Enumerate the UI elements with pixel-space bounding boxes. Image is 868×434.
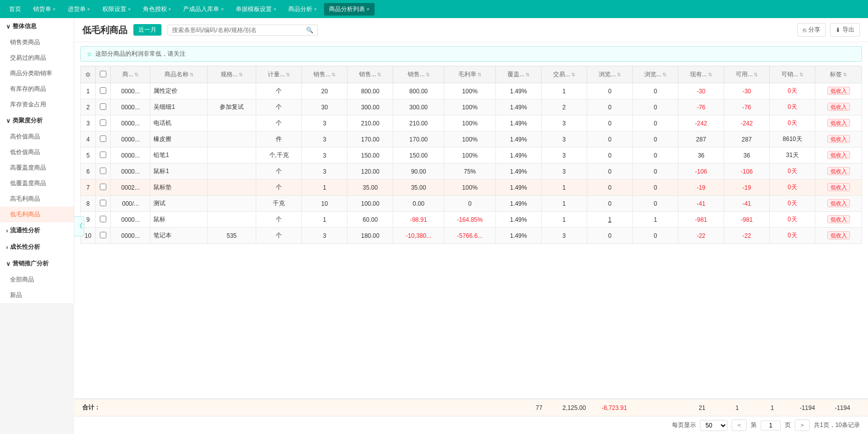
row-browse1[interactable]: 0: [587, 148, 632, 164]
row-browse1[interactable]: 0: [587, 115, 632, 131]
sidebar-item-sales-goods[interactable]: 销售类商品: [0, 35, 74, 50]
col-coverage[interactable]: 覆盖...⇅: [495, 66, 541, 83]
sidebar-item-high-margin[interactable]: 高毛利商品: [0, 191, 74, 207]
col-tag[interactable]: 标签⇅: [815, 66, 862, 83]
nav-template-close[interactable]: ×: [273, 7, 276, 12]
sidebar-group-overall[interactable]: ∨ 整体信息: [0, 18, 74, 35]
nav-purchase-close[interactable]: ×: [87, 7, 90, 12]
next-page-button[interactable]: ＞: [795, 419, 810, 431]
row-browse1[interactable]: 0: [587, 196, 632, 212]
row-checkbox[interactable]: [96, 131, 111, 148]
col-settings[interactable]: ⚙: [81, 66, 96, 83]
col-transaction[interactable]: 交易...⇅: [541, 66, 587, 83]
col-checkbox[interactable]: [96, 66, 111, 83]
row-browse1[interactable]: 0: [587, 131, 632, 148]
nav-role-close[interactable]: ×: [168, 7, 171, 12]
nav-home[interactable]: 首页: [4, 3, 26, 16]
sidebar-item-new-goods[interactable]: 新品: [0, 287, 74, 303]
col-name[interactable]: 商品名称⇅: [150, 66, 207, 83]
sidebar-item-high-coverage[interactable]: 高覆盖度商品: [0, 160, 74, 176]
col-browse1[interactable]: 浏览...⇅: [587, 66, 632, 83]
nav-purchase[interactable]: 进货单 ×: [63, 3, 95, 16]
nav-analysis-close[interactable]: ×: [314, 7, 317, 12]
nav-analysis-list-close[interactable]: ×: [367, 7, 370, 12]
export-button[interactable]: ⬇ 导出: [830, 23, 860, 37]
col-spec[interactable]: 规格...⇅: [207, 66, 256, 83]
nav-analysis[interactable]: 商品分析 ×: [283, 3, 322, 16]
row-current-stock: 36: [678, 148, 724, 164]
row-checkbox[interactable]: [96, 99, 111, 115]
sidebar-item-capital[interactable]: 库存资金占用: [0, 97, 74, 112]
share-button[interactable]: ⎋ 分享: [797, 23, 826, 37]
collapse-sidebar-button[interactable]: 《: [74, 216, 84, 236]
nav-sales-close[interactable]: ×: [53, 7, 56, 12]
nav-inventory-close[interactable]: ×: [221, 7, 224, 12]
sidebar-item-traded-goods[interactable]: 交易过的商品: [0, 50, 74, 66]
col-available[interactable]: 可用...⇅: [724, 66, 770, 83]
sidebar-item-in-stock[interactable]: 有库存的商品: [0, 81, 74, 97]
row-checkbox[interactable]: [96, 148, 111, 164]
nav-sales[interactable]: 销货单 ×: [28, 3, 61, 16]
row-current-stock: -19: [678, 180, 724, 196]
row-checkbox[interactable]: [96, 115, 111, 131]
select-all-checkbox[interactable]: [100, 71, 106, 77]
row-checkbox[interactable]: [96, 228, 111, 244]
nav-role[interactable]: 角色授权 ×: [138, 3, 177, 16]
chevron-down-icon: ∨: [6, 23, 11, 30]
nav-permission-close[interactable]: ×: [128, 7, 131, 12]
per-page-select[interactable]: 50 100 200: [700, 420, 728, 431]
col-sales-price[interactable]: 销售...⇅: [348, 66, 393, 83]
col-current-stock[interactable]: 现有...⇅: [678, 66, 724, 83]
sidebar-item-low-coverage[interactable]: 低覆盖度商品: [0, 176, 74, 191]
row-checkbox[interactable]: [96, 196, 111, 212]
nav-template[interactable]: 单据模板设置 ×: [231, 3, 281, 16]
row-browse1[interactable]: 0: [587, 83, 632, 99]
col-browse2[interactable]: 浏览...⇅: [633, 66, 678, 83]
row-checkbox[interactable]: [96, 180, 111, 196]
search-input[interactable]: [172, 27, 303, 34]
sidebar-group-cluster[interactable]: ∨ 类聚度分析: [0, 112, 74, 129]
row-browse1[interactable]: 1: [587, 212, 632, 228]
row-checkbox[interactable]: [96, 164, 111, 180]
row-coverage: 1.49%: [495, 131, 541, 148]
chevron-right-icon-2: ›: [6, 244, 8, 251]
sidebar-item-category-sales-rate[interactable]: 商品分类助销率: [0, 66, 74, 81]
sidebar-group-circulation[interactable]: › 流通性分析: [0, 222, 74, 239]
col-saleable[interactable]: 可销...⇅: [770, 66, 815, 83]
row-checkbox[interactable]: [96, 212, 111, 228]
row-browse1[interactable]: 0: [587, 164, 632, 180]
row-saleable: 31天: [770, 148, 815, 164]
sidebar-item-low-margin[interactable]: 低毛利商品: [0, 207, 74, 222]
row-browse1[interactable]: 0: [587, 99, 632, 115]
sidebar-group-marketing[interactable]: ∨ 营销推广分析: [0, 255, 74, 272]
nav-inventory[interactable]: 产成品入库单 ×: [178, 3, 229, 16]
sidebar-group-growth[interactable]: › 成长性分析: [0, 239, 74, 255]
row-browse1[interactable]: 0: [587, 228, 632, 244]
row-sales-amount: -10,380...: [393, 228, 444, 244]
row-browse2: 0: [633, 148, 678, 164]
col-sales-qty[interactable]: 销售...⇅: [302, 66, 348, 83]
row-browse1[interactable]: 0: [587, 180, 632, 196]
page-number-input[interactable]: [761, 420, 781, 430]
col-code[interactable]: 商...⇅: [111, 66, 150, 83]
sidebar-item-low-value[interactable]: 低价值商品: [0, 144, 74, 160]
prev-page-button[interactable]: ＜: [732, 419, 747, 431]
nav-analysis-list[interactable]: 商品分析列表 ×: [324, 3, 375, 16]
date-filter-button[interactable]: 近一月: [133, 24, 161, 36]
row-checkbox[interactable]: [96, 83, 111, 99]
col-gross-margin[interactable]: 毛利率⇅: [444, 66, 496, 83]
row-name: 吴细细1: [150, 99, 207, 115]
sidebar-item-all-goods[interactable]: 全部商品: [0, 272, 74, 287]
table-header-row: ⚙ 商...⇅ 商品名称⇅ 规格...⇅ 计量...⇅ 销售...⇅ 销售...…: [81, 66, 862, 83]
col-sales-amount[interactable]: 销售...⇅: [393, 66, 444, 83]
search-icon[interactable]: 🔍: [306, 27, 313, 34]
row-browse2: 0: [633, 196, 678, 212]
col-unit[interactable]: 计量...⇅: [256, 66, 302, 83]
sidebar-item-high-value[interactable]: 高价值商品: [0, 129, 74, 144]
row-sales-price: 210.00: [348, 115, 393, 131]
table-row: 3 0000... 电话机 个 3 210.00 210.00 100% 1.4…: [81, 115, 862, 131]
row-sales-price: 180.00: [348, 228, 393, 244]
row-name: 属性定价: [150, 83, 207, 99]
row-sales-price: 150.00: [348, 148, 393, 164]
nav-permission[interactable]: 权限设置 ×: [97, 3, 136, 16]
